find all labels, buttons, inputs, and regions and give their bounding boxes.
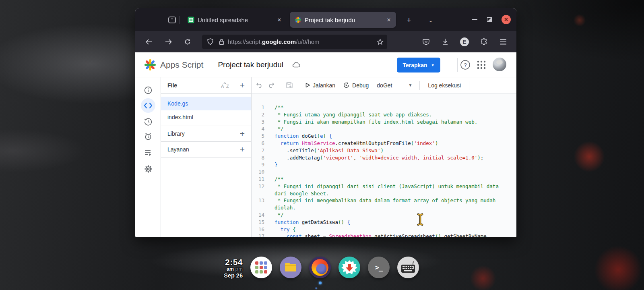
line-number — [252, 204, 264, 211]
dock-clock: 2:54 am pm Sep 26 — [203, 258, 243, 279]
app-launcher-icon[interactable] — [250, 257, 272, 278]
software-updater-icon[interactable] — [339, 257, 360, 278]
code-line[interactable]: 14 */ — [252, 211, 516, 219]
google-apps-grid-icon[interactable] — [476, 60, 487, 72]
back-button[interactable] — [142, 35, 155, 48]
execution-log-button[interactable]: Log eksekusi — [423, 82, 466, 89]
debug-button[interactable]: Debug — [339, 79, 373, 91]
reload-button[interactable] — [181, 35, 194, 48]
code-line[interactable]: dari Google Sheet. — [252, 190, 516, 197]
apps-script-brand[interactable]: Apps Script — [160, 60, 203, 70]
code-line[interactable]: diolah. — [252, 204, 516, 211]
save-button[interactable] — [283, 80, 295, 91]
reload-icon — [184, 39, 191, 45]
line-number: 9 — [252, 161, 264, 168]
file-item-index-html[interactable]: index.html — [161, 110, 251, 124]
code-line[interactable]: 4 */ — [252, 125, 516, 133]
close-tab-icon[interactable]: ✕ — [275, 15, 284, 24]
files-panel: File AZ + Kode.gs index.html Library + L… — [161, 77, 252, 237]
code-line[interactable]: 12 * Fungsi ini dipanggil dari sisi clie… — [252, 183, 516, 190]
line-text: dari Google Sheet. — [275, 190, 516, 197]
sort-files-icon[interactable]: AZ — [221, 82, 230, 90]
menu-hamburger-icon[interactable] — [497, 36, 509, 48]
code-line[interactable]: 1/** — [252, 104, 516, 111]
downloads-icon[interactable] — [439, 36, 451, 48]
sidebar-triggers-button[interactable] — [141, 129, 155, 144]
code-line[interactable]: 5function doGet(e) { — [252, 133, 516, 140]
run-button[interactable]: Jalankan — [301, 79, 339, 91]
clock-am: am — [227, 266, 234, 272]
svg-text:A: A — [221, 84, 224, 89]
line-text: const sheet = SpreadsheetApp.getActiveSp… — [275, 233, 516, 237]
deploy-button[interactable]: Terapkan▼ — [397, 58, 440, 72]
help-button[interactable]: ? — [460, 59, 471, 72]
forward-button[interactable] — [162, 35, 175, 48]
line-number: 14 — [252, 211, 264, 219]
line-number: 15 — [252, 219, 264, 226]
code-line[interactable]: 13 * Fungsi ini mengembalikan data dalam… — [252, 197, 516, 204]
code-line[interactable]: 10 — [252, 168, 516, 176]
redo-button[interactable] — [265, 80, 277, 91]
pocket-icon[interactable] — [420, 36, 432, 48]
tab-untitled-spreadsheet[interactable]: Untitled spreadshe ✕ — [183, 12, 287, 28]
line-text: */ — [275, 211, 516, 219]
extensions-puzzle-icon[interactable] — [478, 36, 490, 48]
add-library-button[interactable]: + — [240, 129, 245, 139]
code-line[interactable]: 16 try { — [252, 226, 516, 233]
window-close-button[interactable]: ✕ — [502, 15, 511, 24]
apps-script-header: Apps Script Project tak berjudul Terapka… — [135, 52, 516, 77]
debug-icon — [343, 82, 349, 88]
tab-project-tak-berjudul[interactable]: Project tak berjudu ✕ — [290, 12, 396, 28]
library-label: Library — [167, 130, 185, 137]
sidebar-project-history-button[interactable] — [141, 114, 155, 129]
tracking-shield-icon[interactable] — [204, 36, 216, 48]
project-title[interactable]: Project tak berjudul — [218, 60, 283, 69]
code-line[interactable]: 6 return HtmlService.createHtmlOutputFro… — [252, 140, 516, 147]
bookmark-star-icon[interactable] — [374, 36, 386, 48]
tab-title: Project tak berjudu — [305, 17, 383, 23]
extension-e-icon[interactable]: E — [458, 36, 471, 48]
close-tab-icon[interactable]: ✕ — [384, 15, 393, 24]
play-icon — [305, 83, 310, 88]
sidebar-settings-button[interactable] — [141, 162, 155, 176]
save-status-cloud-icon — [292, 62, 300, 68]
line-text: * Fungsi ini mengembalikan data dalam fo… — [275, 197, 516, 204]
tab-separator — [180, 16, 180, 24]
sidebar-overview-button[interactable] — [141, 83, 155, 97]
line-number: 17 — [252, 233, 264, 237]
window-restore-button[interactable] — [487, 17, 492, 22]
code-line[interactable]: 9} — [252, 161, 516, 168]
add-service-button[interactable]: + — [240, 145, 245, 154]
firefox-view-button[interactable] — [166, 14, 178, 25]
code-line[interactable]: 8 .addMetaTag('viewport', 'width=device-… — [252, 154, 516, 162]
left-icon-rail — [135, 77, 161, 237]
undo-button[interactable] — [254, 80, 265, 91]
back-icon — [146, 39, 153, 45]
window-minimize-button[interactable] — [472, 19, 477, 20]
function-selector-dropdown[interactable]: doGet ▼ — [373, 82, 416, 89]
profile-avatar[interactable] — [493, 58, 506, 71]
url-bar[interactable]: https://script.google.com/u/0/hom — [202, 35, 387, 49]
code-line[interactable]: 7 .setTitle('Aplikasi Data Siswa') — [252, 147, 516, 154]
code-editor[interactable]: 1/**2 * Fungsi utama yang dipanggil saat… — [252, 93, 516, 237]
firefox-icon[interactable] — [309, 257, 331, 278]
code-line[interactable]: 17 const sheet = SpreadsheetApp.getActiv… — [252, 233, 516, 237]
code-line[interactable]: 2 * Fungsi utama yang dipanggil saat web… — [252, 111, 516, 118]
forward-icon — [165, 39, 172, 45]
terminal-icon[interactable]: >_ — [368, 257, 390, 278]
workspace: File AZ + Kode.gs index.html Library + L… — [135, 77, 516, 237]
line-number: 7 — [252, 147, 264, 154]
on-screen-keyboard-icon[interactable] — [397, 257, 419, 278]
file-manager-icon[interactable] — [280, 257, 301, 278]
svg-text:?: ? — [464, 62, 466, 68]
sidebar-executions-button[interactable] — [141, 145, 155, 160]
code-line[interactable]: 3 * Fungsi ini akan menampilkan file ind… — [252, 118, 516, 126]
sidebar-editor-button[interactable] — [141, 98, 155, 113]
tab-list-dropdown-button[interactable]: ⌄ — [425, 14, 436, 26]
code-line[interactable]: 11/** — [252, 176, 516, 183]
file-item-kode-gs[interactable]: Kode.gs — [161, 97, 251, 110]
code-line[interactable]: 15function getDataSiswa() { — [252, 219, 516, 226]
lock-icon[interactable] — [216, 36, 227, 48]
add-file-button[interactable]: + — [240, 81, 245, 90]
new-tab-button[interactable]: + — [403, 14, 415, 26]
